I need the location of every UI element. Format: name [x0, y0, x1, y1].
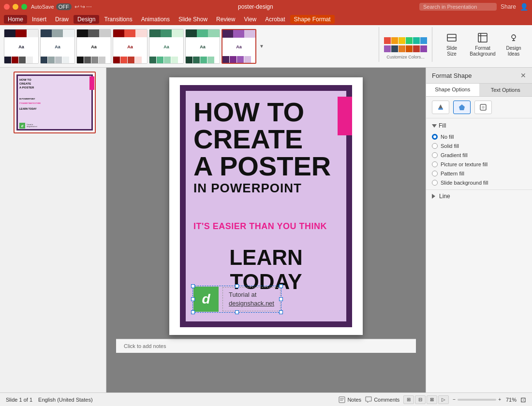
- share-button[interactable]: Share: [501, 3, 516, 10]
- slide-info: Slide 1 of 1: [6, 397, 32, 403]
- notes-button[interactable]: Notes: [339, 396, 361, 403]
- theme-5[interactable]: Aa: [149, 29, 184, 64]
- color-blue[interactable]: [420, 37, 427, 44]
- menu-design[interactable]: Design: [74, 15, 99, 24]
- autosave-toggle[interactable]: OFF: [56, 3, 72, 10]
- color-orange[interactable]: [391, 37, 398, 44]
- theme-7-selected[interactable]: Aa: [222, 29, 256, 64]
- more-icon[interactable]: ⋯: [86, 3, 92, 10]
- menu-view[interactable]: View: [240, 15, 260, 24]
- radio-picture-fill[interactable]: [432, 161, 438, 167]
- main-area: 1 HOW TOCREATEA POSTER IN POWERPOINT IT'…: [0, 68, 532, 392]
- slide-size-button[interactable]: SlideSize: [437, 27, 466, 62]
- menu-insert[interactable]: Insert: [28, 15, 50, 24]
- color-green[interactable]: [406, 37, 413, 44]
- slide-1-container[interactable]: 1 HOW TOCREATEA POSTER IN POWERPOINT IT'…: [4, 72, 102, 133]
- color-darkblue[interactable]: [391, 45, 398, 52]
- comments-button[interactable]: Comments: [365, 396, 399, 403]
- reading-view-button[interactable]: ⊠: [427, 395, 437, 404]
- color-brown[interactable]: [406, 45, 413, 52]
- maximize-button[interactable]: [21, 4, 27, 10]
- menu-home[interactable]: Home: [4, 15, 27, 24]
- fill-gradient[interactable]: Gradient fill: [432, 151, 526, 159]
- color-red[interactable]: [384, 37, 391, 44]
- color-darkred[interactable]: [413, 45, 420, 52]
- color-yellow[interactable]: [399, 37, 405, 44]
- theme-6[interactable]: Aa: [185, 29, 220, 64]
- radio-no-fill[interactable]: [432, 134, 438, 140]
- tab-text-options[interactable]: Text Options: [479, 84, 532, 96]
- zoom-in-button[interactable]: +: [498, 397, 501, 402]
- radio-pattern-fill[interactable]: [432, 171, 438, 176]
- fill-solid[interactable]: Solid fill: [432, 142, 526, 150]
- slide-sorter-button[interactable]: ⊟: [415, 395, 426, 404]
- menu-slideshow[interactable]: Slide Show: [175, 15, 211, 24]
- menu-acrobat[interactable]: Acrobat: [261, 15, 289, 24]
- handle-bottom-right[interactable]: [279, 310, 283, 314]
- handle-bottom-middle[interactable]: [235, 310, 239, 314]
- slideshow-button[interactable]: ▷: [438, 395, 449, 404]
- format-close-button[interactable]: ✕: [520, 72, 526, 79]
- zoom-control[interactable]: − + 71%: [453, 397, 517, 403]
- radio-slide-bg-fill[interactable]: [432, 180, 438, 186]
- canvas-area[interactable]: HOW TO CREATE A POSTER IN POWERPOINT IT'…: [106, 68, 426, 392]
- language-info: English (United States): [38, 397, 93, 403]
- menu-review[interactable]: Review: [212, 15, 239, 24]
- color-teal[interactable]: [413, 37, 420, 44]
- fill-slide-bg[interactable]: Slide background fill: [432, 179, 526, 187]
- theme-3[interactable]: Aa: [76, 29, 111, 64]
- notes-bar[interactable]: Click to add notes: [116, 339, 416, 353]
- theme-1[interactable]: Aa: [4, 29, 39, 64]
- poster-url-box[interactable]: Tutorial at designshack.net: [222, 287, 281, 311]
- gradient-fill-label: Gradient fill: [441, 152, 468, 158]
- color-darkorange[interactable]: [399, 45, 405, 52]
- shape-effects-icon-button[interactable]: [474, 101, 492, 114]
- fill-no-fill[interactable]: No fill: [432, 133, 526, 141]
- tab-shape-options[interactable]: Shape Options: [426, 84, 479, 96]
- handle-middle-right[interactable]: [279, 297, 283, 301]
- undo-icon[interactable]: ↩: [74, 3, 79, 10]
- poster-line4: IN POWERPOINT: [193, 182, 339, 194]
- window-title: poster-design: [92, 3, 419, 10]
- minimize-button[interactable]: [13, 4, 18, 10]
- slide-canvas[interactable]: HOW TO CREATE A POSTER IN POWERPOINT IT'…: [169, 77, 363, 335]
- format-background-button[interactable]: FormatBackground: [468, 27, 497, 62]
- close-button[interactable]: [4, 4, 10, 10]
- fit-page-button[interactable]: ⊡: [520, 396, 526, 404]
- poster-inner[interactable]: HOW TO CREATE A POSTER IN POWERPOINT IT'…: [180, 85, 352, 327]
- menu-shape-format[interactable]: Shape Format: [290, 15, 335, 24]
- design-ideas-icon: [508, 32, 519, 44]
- fill-section-header[interactable]: Fill: [432, 121, 526, 130]
- user-icon[interactable]: 👤: [520, 3, 528, 11]
- radio-gradient-fill[interactable]: [432, 152, 438, 158]
- no-fill-label: No fill: [441, 134, 454, 140]
- menu-draw[interactable]: Draw: [51, 15, 73, 24]
- poster-subtitle: IT'S EASIER THAN YOU THINK: [193, 221, 339, 232]
- normal-view-button[interactable]: ⊞: [403, 395, 414, 404]
- menu-transitions[interactable]: Transitions: [100, 15, 136, 24]
- fill-effects-icon-button[interactable]: [432, 101, 449, 114]
- poster-logo-area[interactable]: d Tutorial at designshack.net: [193, 287, 281, 312]
- menu-animations[interactable]: Animations: [137, 15, 174, 24]
- fill-options: No fill Solid fill Gradient fill Picture…: [432, 133, 526, 187]
- line-section-header[interactable]: Line: [432, 193, 526, 200]
- radio-solid-fill[interactable]: [432, 143, 438, 149]
- theme-2[interactable]: Aa: [40, 29, 75, 64]
- zoom-level: 71%: [503, 397, 517, 403]
- search-input[interactable]: [419, 3, 497, 11]
- design-ideas-button[interactable]: DesignIdeas: [499, 27, 528, 62]
- slide-1-thumbnail[interactable]: HOW TOCREATEA POSTER IN POWERPOINT IT'S …: [14, 72, 96, 133]
- redo-icon[interactable]: ↪: [80, 3, 85, 10]
- theme-4[interactable]: Aa: [113, 29, 148, 64]
- zoom-out-button[interactable]: −: [453, 397, 456, 402]
- design-ideas-label: DesignIdeas: [506, 45, 521, 57]
- status-left: Slide 1 of 1 English (United States): [6, 397, 333, 403]
- format-title: Format Shape: [432, 72, 472, 79]
- theme-more-arrow[interactable]: ▼: [258, 29, 266, 64]
- color-purple[interactable]: [384, 45, 391, 52]
- shape-fill-icon-button[interactable]: [453, 101, 471, 114]
- fill-picture[interactable]: Picture or texture fill: [432, 160, 526, 168]
- color-violet[interactable]: [420, 45, 427, 52]
- fill-pattern[interactable]: Pattern fill: [432, 170, 526, 177]
- zoom-slider[interactable]: [458, 399, 496, 401]
